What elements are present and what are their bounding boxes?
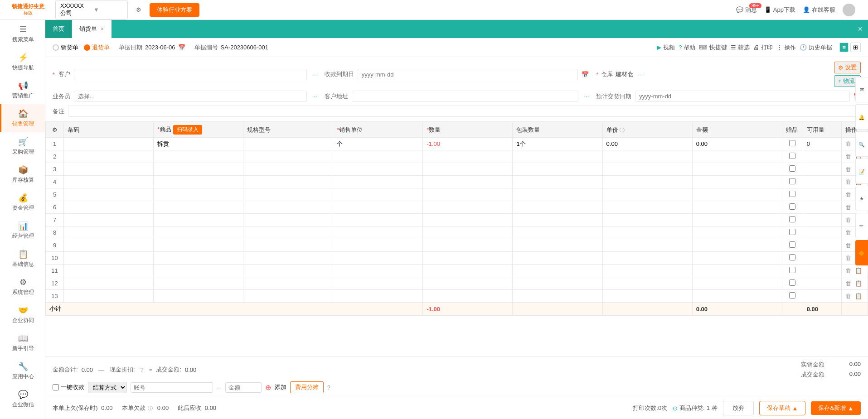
row-price[interactable] <box>602 277 692 290</box>
row-barcode[interactable] <box>64 239 154 252</box>
row-barcode[interactable] <box>64 290 154 303</box>
customer-addr-input[interactable] <box>352 91 579 102</box>
row-barcode[interactable] <box>64 163 154 176</box>
row-product[interactable] <box>154 290 243 303</box>
video-btn[interactable]: ▶ 视频 <box>657 43 675 52</box>
row-qty[interactable] <box>423 214 513 226</box>
sidebar-item-basic[interactable]: 📋 基础信息 <box>0 245 45 273</box>
row-amount[interactable] <box>692 290 782 303</box>
row-pack-qty[interactable] <box>513 277 602 290</box>
row-qty[interactable] <box>423 188 513 201</box>
row-pack-qty[interactable] <box>513 226 602 239</box>
sidebar-item-purchase[interactable]: 🛒 采购管理 <box>0 132 45 160</box>
tab-home[interactable]: 首页 <box>45 20 72 38</box>
row-product[interactable] <box>154 201 243 214</box>
shortcut-btn[interactable]: ⌨ 快捷键 <box>699 43 727 52</box>
delete-icon[interactable]: 🗑 <box>845 267 851 274</box>
sidebar-item-member[interactable]: V 畅会员 <box>0 413 45 419</box>
row-pack-qty[interactable] <box>513 201 602 214</box>
row-spec[interactable] <box>243 290 333 303</box>
row-qty[interactable] <box>423 176 513 188</box>
row-qty[interactable] <box>423 265 513 277</box>
row-qty[interactable] <box>423 138 513 150</box>
row-gift[interactable] <box>782 163 803 176</box>
right-btn-2[interactable]: 🔔 <box>855 104 868 130</box>
delete-icon[interactable]: 🗑 <box>845 204 851 211</box>
row-pack-qty[interactable] <box>513 176 602 188</box>
row-unit[interactable] <box>333 201 423 214</box>
row-spec[interactable] <box>243 265 333 277</box>
row-price[interactable] <box>602 188 692 201</box>
sidebar-item-sales[interactable]: 🏠 销售管理 <box>0 104 45 132</box>
row-price[interactable] <box>602 226 692 239</box>
row-price[interactable] <box>602 252 692 265</box>
copy-icon[interactable]: 📋 <box>855 293 862 299</box>
row-amount[interactable] <box>692 176 782 188</box>
row-amount[interactable] <box>692 188 782 201</box>
row-amount[interactable] <box>692 201 782 214</box>
row-barcode[interactable] <box>64 176 154 188</box>
right-btn-5[interactable]: ★ <box>855 186 868 211</box>
row-amount[interactable] <box>692 239 782 252</box>
delete-icon[interactable]: 🗑 <box>845 191 851 198</box>
row-product[interactable] <box>154 176 243 188</box>
row-barcode[interactable] <box>64 265 154 277</box>
help-btn[interactable]: ? 帮助 <box>679 43 695 52</box>
user-avatar[interactable] <box>843 4 855 16</box>
row-price[interactable] <box>602 265 692 277</box>
add-payment-btn[interactable]: ⊕ <box>265 383 271 392</box>
row-spec[interactable] <box>243 138 333 150</box>
warehouse-dots[interactable]: ··· <box>638 71 643 78</box>
row-unit[interactable] <box>333 290 423 303</box>
row-qty[interactable] <box>423 239 513 252</box>
due-date-input[interactable] <box>358 69 578 80</box>
scan-button[interactable]: 扫码录入 <box>173 125 202 135</box>
row-gift[interactable] <box>782 277 803 290</box>
row-product[interactable] <box>154 252 243 265</box>
row-unit[interactable] <box>333 265 423 277</box>
row-amount[interactable] <box>692 138 782 150</box>
one-click-pay-checkbox[interactable] <box>53 384 59 390</box>
save-new-button[interactable]: 保存&新增 ▲ <box>811 401 861 415</box>
delete-icon[interactable]: 🗑 <box>845 178 851 185</box>
row-barcode[interactable] <box>64 277 154 290</box>
row-product[interactable] <box>154 277 243 290</box>
account-input[interactable] <box>131 382 213 393</box>
row-barcode[interactable] <box>64 188 154 201</box>
row-barcode[interactable] <box>64 252 154 265</box>
row-gift[interactable] <box>782 176 803 188</box>
row-spec[interactable] <box>243 163 333 176</box>
sidebar-item-apps[interactable]: 🔧 应用中心 <box>0 357 45 385</box>
dots-icon[interactable]: ··· <box>217 384 222 391</box>
online-service-btn[interactable]: 👤 在线客服 <box>803 6 835 14</box>
row-amount[interactable] <box>692 252 782 265</box>
row-spec[interactable] <box>243 226 333 239</box>
tab-sales-order[interactable]: 销货单 × <box>72 20 112 38</box>
row-product[interactable] <box>154 188 243 201</box>
row-gift[interactable] <box>782 138 803 150</box>
expected-date-input[interactable] <box>635 91 850 102</box>
sidebar-item-system[interactable]: ⚙ 系统管理 <box>0 273 45 301</box>
row-qty[interactable] <box>423 150 513 163</box>
row-amount[interactable] <box>692 226 782 239</box>
delete-icon[interactable]: 🗑 <box>845 293 851 299</box>
row-amount[interactable] <box>692 150 782 163</box>
row-unit[interactable] <box>333 277 423 290</box>
radio-sale-order[interactable]: 销货单 <box>53 43 78 52</box>
row-spec[interactable] <box>243 277 333 290</box>
row-price[interactable] <box>602 214 692 226</box>
row-spec[interactable] <box>243 214 333 226</box>
row-barcode[interactable] <box>64 226 154 239</box>
row-barcode[interactable] <box>64 214 154 226</box>
row-product[interactable] <box>154 138 243 150</box>
sidebar-item-guide[interactable]: 📖 新手引导 <box>0 329 45 357</box>
row-unit[interactable] <box>333 214 423 226</box>
list-view-icon[interactable]: ≡ <box>839 43 849 52</box>
trial-button[interactable]: 体验行业方案 <box>150 3 199 17</box>
row-price[interactable] <box>602 290 692 303</box>
discard-button[interactable]: 放弃 <box>723 401 754 415</box>
sidebar-item-collab[interactable]: 🤝 企业协同 <box>0 301 45 329</box>
row-unit[interactable] <box>333 150 423 163</box>
settlement-method-select[interactable]: 结算方式 <box>88 382 127 393</box>
save-draft-button[interactable]: 保存草稿 ▲ <box>759 401 806 415</box>
